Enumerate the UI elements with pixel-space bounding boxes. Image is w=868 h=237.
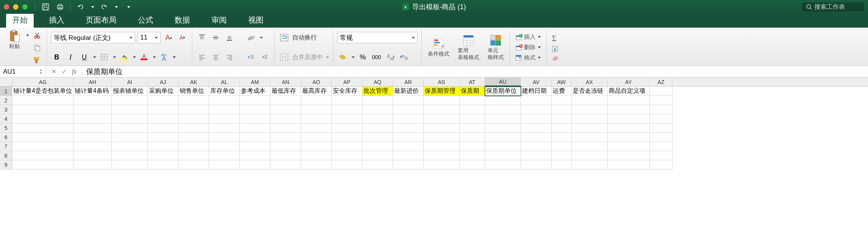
cell-AH4[interactable] [74,114,112,123]
cell-AR3[interactable] [393,105,424,114]
cell-AM1[interactable]: 参考成本 [240,87,270,96]
phonetic-dropdown[interactable] [173,56,176,58]
cell-AW7[interactable] [552,142,572,151]
font-color-button[interactable]: A [138,51,150,63]
cell-AR6[interactable] [393,133,424,142]
column-header-AP[interactable]: AP [332,77,362,86]
accept-formula-button[interactable]: ✓ [62,68,67,75]
cell-AH9[interactable] [74,160,112,170]
cell-AY1[interactable]: 商品自定义项 [608,87,650,96]
cell-AS5[interactable] [424,123,460,133]
cell-AU5[interactable] [485,123,521,133]
cell-AG9[interactable] [12,160,74,170]
align-middle-button[interactable] [210,32,221,43]
cell-AJ8[interactable] [148,151,179,160]
cell-AV5[interactable] [521,123,552,133]
cell-AH2[interactable] [74,96,112,105]
align-bottom-button[interactable] [224,32,235,43]
cell-AJ9[interactable] [148,160,179,170]
cell-AQ9[interactable] [362,160,393,170]
cell-AI3[interactable] [112,105,148,114]
cell-AH5[interactable] [74,123,112,133]
phonetic-button[interactable]: abcA [158,51,170,63]
cell-AH3[interactable] [74,105,112,114]
cell-AX8[interactable] [572,151,608,160]
row-header-1[interactable]: 1 [0,87,12,96]
autosum-button[interactable]: Σ [550,34,566,43]
cell-AU1[interactable]: 保质期单位 [485,87,521,96]
align-right-button[interactable] [224,51,235,63]
cell-AN2[interactable] [270,96,301,105]
wrap-text-icon[interactable] [278,32,290,43]
redo-button[interactable] [100,2,109,12]
column-header-AQ[interactable]: AQ [362,77,393,86]
cell-AI4[interactable] [112,114,148,123]
cell-AV6[interactable] [521,133,552,142]
cell-AO2[interactable] [301,96,332,105]
cell-AK7[interactable] [179,142,209,151]
increase-indent-button[interactable] [259,51,270,63]
column-header-AR[interactable]: AR [393,77,424,86]
cell-AV1[interactable]: 建档日期 [521,87,552,96]
cell-AP8[interactable] [332,151,362,160]
cell-AH1[interactable]: 辅计量4条码 [74,87,112,96]
column-header-AU[interactable]: AU [485,77,521,86]
column-header-AL[interactable]: AL [209,77,240,86]
cell-AN9[interactable] [270,160,301,170]
cell-AO6[interactable] [301,133,332,142]
cell-AL9[interactable] [209,160,240,170]
cell-AK8[interactable] [179,151,209,160]
cell-AT6[interactable] [460,133,485,142]
column-header-AY[interactable]: AY [608,77,650,86]
orientation-dropdown[interactable] [260,37,263,39]
cell-AZ8[interactable] [650,151,673,160]
merge-dropdown[interactable] [326,56,329,58]
fill-color-dropdown[interactable] [133,56,136,58]
cell-AO7[interactable] [301,142,332,151]
column-header-AS[interactable]: AS [424,77,460,86]
close-window-button[interactable] [4,4,9,10]
cell-AL3[interactable] [209,105,240,114]
column-header-AZ[interactable]: AZ [650,77,673,86]
cell-AM2[interactable] [240,96,270,105]
column-header-AM[interactable]: AM [240,77,270,86]
cell-AS9[interactable] [424,160,460,170]
format-as-table-button[interactable]: 套用 表格格式 [455,33,481,62]
cell-AS4[interactable] [424,114,460,123]
column-header-AX[interactable]: AX [572,77,608,86]
cell-AU2[interactable] [485,96,521,105]
row-header-4[interactable]: 4 [0,114,12,123]
tab-formulas[interactable]: 公式 [132,13,159,28]
cell-AK1[interactable]: 销售单位 [179,87,209,96]
cell-AM9[interactable] [240,160,270,170]
cell-AQ1[interactable]: 批次管理 [362,87,393,96]
format-painter-button[interactable] [31,54,43,66]
cell-AQ3[interactable] [362,105,393,114]
cell-AM3[interactable] [240,105,270,114]
spreadsheet-grid[interactable]: AGAHAIAJAKALAMANAOAPAQARASATAUAVAWAXAYAZ… [0,77,868,170]
underline-dropdown[interactable] [93,56,96,58]
borders-button[interactable] [98,51,110,63]
align-left-button[interactable] [196,51,208,63]
cell-AX7[interactable] [572,142,608,151]
bold-button[interactable]: B [51,51,62,63]
cell-AV4[interactable] [521,114,552,123]
cell-AN5[interactable] [270,123,301,133]
cell-AO8[interactable] [301,151,332,160]
cell-AK9[interactable] [179,160,209,170]
column-header-AT[interactable]: AT [460,77,485,86]
cell-AK2[interactable] [179,96,209,105]
cell-AP5[interactable] [332,123,362,133]
cell-AS2[interactable] [424,96,460,105]
cell-AZ7[interactable] [650,142,673,151]
cell-AN1[interactable]: 最低库存 [270,87,301,96]
cell-AZ5[interactable] [650,123,673,133]
cell-AW9[interactable] [552,160,572,170]
copy-button[interactable] [31,42,43,54]
comma-button[interactable]: 000 [371,51,382,63]
cell-AW3[interactable] [552,105,572,114]
cell-AL2[interactable] [209,96,240,105]
row-header-3[interactable]: 3 [0,105,12,114]
align-center-button[interactable] [210,51,221,63]
cell-AL8[interactable] [209,151,240,160]
